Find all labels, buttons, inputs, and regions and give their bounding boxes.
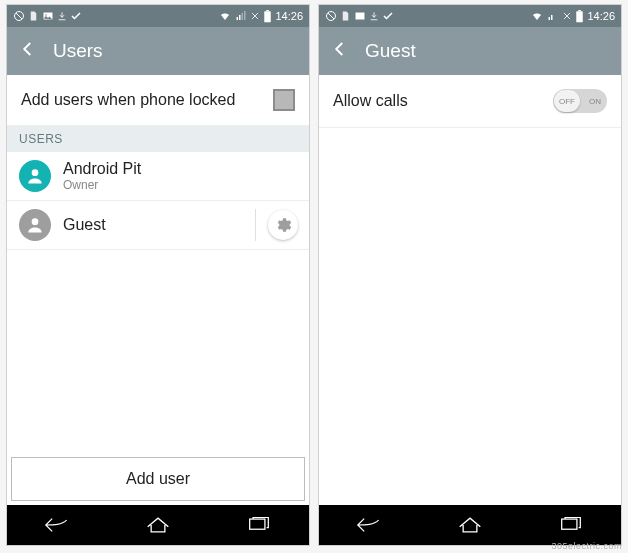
gallery-icon bbox=[354, 10, 366, 22]
phone-guest: 14:26 Guest Allow calls OFF ON bbox=[318, 4, 622, 546]
users-section-header: USERS bbox=[7, 126, 309, 152]
download-icon bbox=[57, 10, 67, 22]
svg-rect-19 bbox=[551, 15, 553, 20]
nav-back-button[interactable] bbox=[43, 515, 71, 535]
back-button[interactable] bbox=[19, 40, 37, 62]
avatar-icon bbox=[19, 209, 51, 241]
status-left-icons bbox=[325, 10, 394, 22]
svg-point-13 bbox=[32, 218, 39, 225]
empty-area bbox=[7, 250, 309, 453]
allow-calls-toggle[interactable]: OFF ON bbox=[553, 89, 607, 113]
avatar-icon bbox=[19, 160, 51, 192]
battery-icon bbox=[263, 10, 272, 23]
network-icon bbox=[235, 10, 247, 22]
do-not-disturb-icon bbox=[13, 10, 25, 22]
app-bar: Guest bbox=[319, 27, 621, 75]
nav-bar bbox=[7, 505, 309, 545]
add-users-locked-label: Add users when phone locked bbox=[21, 91, 235, 109]
add-user-label: Add user bbox=[126, 470, 190, 487]
nav-recent-button[interactable] bbox=[557, 515, 585, 535]
svg-rect-17 bbox=[356, 13, 365, 20]
status-right-icons: 14:26 bbox=[218, 10, 303, 23]
back-button[interactable] bbox=[331, 40, 349, 62]
nav-home-button[interactable] bbox=[456, 515, 484, 535]
nav-bar bbox=[319, 505, 621, 545]
phone-users: 14:26 Users Add users when phone locked … bbox=[6, 4, 310, 546]
status-time: 14:26 bbox=[587, 10, 615, 22]
add-user-button[interactable]: Add user bbox=[11, 457, 305, 501]
watermark: 305electric.com bbox=[551, 541, 622, 551]
svg-rect-5 bbox=[239, 15, 241, 20]
nav-back-button[interactable] bbox=[355, 515, 383, 535]
svg-rect-7 bbox=[244, 11, 246, 20]
user-row-guest[interactable]: Guest bbox=[7, 201, 309, 250]
user-name: Android Pit bbox=[63, 160, 297, 178]
svg-line-1 bbox=[16, 13, 22, 19]
status-bar: 14:26 bbox=[319, 5, 621, 27]
svg-rect-22 bbox=[577, 11, 584, 22]
check-icon bbox=[70, 10, 82, 22]
svg-rect-4 bbox=[237, 17, 239, 20]
svg-rect-10 bbox=[265, 11, 272, 22]
status-right-icons: 14:26 bbox=[530, 10, 615, 23]
add-users-locked-checkbox[interactable] bbox=[273, 89, 295, 111]
empty-area bbox=[319, 128, 621, 505]
wifi-icon bbox=[530, 10, 544, 22]
svg-point-12 bbox=[32, 169, 39, 176]
svg-rect-24 bbox=[561, 519, 576, 529]
status-left-icons bbox=[13, 10, 82, 22]
no-signal-icon bbox=[562, 10, 572, 22]
svg-rect-11 bbox=[267, 10, 270, 11]
svg-line-16 bbox=[328, 13, 334, 19]
status-time: 14:26 bbox=[275, 10, 303, 22]
toggle-off-label: OFF bbox=[559, 97, 575, 106]
add-users-locked-row[interactable]: Add users when phone locked bbox=[7, 75, 309, 126]
page-title: Guest bbox=[365, 40, 416, 62]
sim-icon bbox=[28, 10, 39, 22]
download-icon bbox=[369, 10, 379, 22]
user-name: Guest bbox=[63, 216, 243, 234]
toggle-on-label: ON bbox=[589, 97, 601, 106]
do-not-disturb-icon bbox=[325, 10, 337, 22]
network-icon bbox=[547, 10, 559, 22]
svg-rect-6 bbox=[242, 13, 244, 20]
gallery-icon bbox=[42, 10, 54, 22]
nav-recent-button[interactable] bbox=[245, 515, 273, 535]
user-subtitle: Owner bbox=[63, 178, 297, 192]
svg-rect-18 bbox=[549, 17, 551, 20]
check-icon bbox=[382, 10, 394, 22]
no-signal-icon bbox=[250, 10, 260, 22]
battery-icon bbox=[575, 10, 584, 23]
app-bar: Users bbox=[7, 27, 309, 75]
user-row-owner[interactable]: Android Pit Owner bbox=[7, 152, 309, 201]
svg-point-3 bbox=[45, 14, 47, 16]
guest-settings-button[interactable] bbox=[268, 210, 298, 240]
allow-calls-row[interactable]: Allow calls OFF ON bbox=[319, 75, 621, 128]
allow-calls-label: Allow calls bbox=[333, 92, 408, 110]
sim-icon bbox=[340, 10, 351, 22]
svg-rect-14 bbox=[249, 519, 264, 529]
svg-rect-23 bbox=[579, 10, 582, 11]
status-bar: 14:26 bbox=[7, 5, 309, 27]
nav-home-button[interactable] bbox=[144, 515, 172, 535]
wifi-icon bbox=[218, 10, 232, 22]
page-title: Users bbox=[53, 40, 103, 62]
